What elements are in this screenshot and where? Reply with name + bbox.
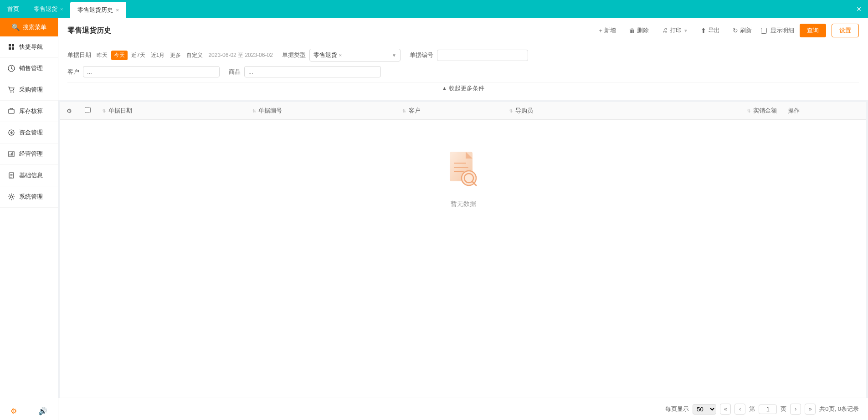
voucher-type-label: 单据类型 [282,51,306,59]
th-checkbox [78,102,97,120]
sidebar-item-quick-nav[interactable]: 快捷导航 [0,36,58,58]
th-guide-label: 导购员 [515,107,533,114]
th-operation: 操作 [782,102,866,120]
voucher-type-tag-close[interactable]: × [339,52,342,58]
print-button[interactable]: 🖨 打印 ▼ [658,25,692,36]
prev-page-icon: ‹ [739,406,741,412]
th-actual-amount-sort-icon[interactable]: ⇅ [747,108,750,113]
voucher-no-filter-item: 单据编号 [410,50,528,61]
customer-input[interactable] [83,66,220,77]
table-area: ⚙ ⇅ 单据日期 ⇅ 单据编号 [60,102,866,398]
svg-point-1 [10,92,11,92]
settings-gear-icon[interactable]: ⚙ [10,407,17,415]
empty-icon [441,147,486,193]
sidebar-item-sales-mgmt[interactable]: 销售管理 [0,58,58,79]
tab-retail-return-close[interactable]: × [60,6,63,12]
settings-button[interactable]: 设置 [832,24,859,37]
th-customer-sort-icon[interactable]: ⇅ [402,108,406,113]
svg-point-7 [10,196,13,198]
sidebar-item-inventory[interactable]: 库存核算 [0,101,58,122]
next-page-button[interactable]: › [790,404,801,415]
new-button[interactable]: + 新增 [596,25,620,36]
tab-retail-return-label: 零售退货 [34,5,57,13]
date-opt-yesterday[interactable]: 昨天 [95,51,109,60]
sidebar-item-system-mgmt[interactable]: 系统管理 [0,186,58,208]
sidebar-item-basic-info[interactable]: 基础信息 [0,165,58,186]
tab-retail-return-history-close[interactable]: × [116,7,118,13]
voucher-no-input[interactable] [437,50,528,61]
volume-icon[interactable]: 🔊 [38,407,47,415]
refresh-button[interactable]: ↻ 刷新 [729,25,755,36]
tab-retail-return[interactable]: 零售退货 × [26,0,70,18]
query-button[interactable]: 查询 [800,24,826,37]
sidebar-item-sales-mgmt-label: 销售管理 [19,64,43,72]
page-number-input[interactable] [759,405,777,414]
top-bar: 首页 零售退货 × 零售退货历史 × × [0,0,868,18]
tab-bar: 首页 零售退货 × 零售退货历史 × [0,0,850,18]
th-voucher-no-sort-icon[interactable]: ⇅ [252,108,256,113]
sidebar-bottom: ⚙ 🔊 [0,402,58,420]
sales-mgmt-icon [7,64,15,72]
inventory-icon [7,107,15,115]
search-icon: 🔍 [11,23,20,31]
sidebar-item-capital-mgmt-label: 资金管理 [19,128,43,137]
voucher-type-select-wrapper: 零售退货 × ▼ [309,49,401,61]
window-close-button[interactable]: × [850,0,868,18]
date-filter-item: 单据日期 昨天 今天 近7天 近1月 更多 自定义 2023-06-02 至 2… [67,51,273,60]
th-guide-sort-icon[interactable]: ⇅ [509,108,513,113]
main-layout: 🔍 搜索菜单 快捷导航 销售管理 采购管理 [0,18,868,420]
th-customer: ⇅ 客户 [397,102,503,120]
export-icon: ⬆ [701,27,706,34]
th-voucher-date: ⇅ 单据日期 [97,102,247,120]
print-label: 打印 [670,26,682,35]
display-detail-checkbox[interactable]: 显示明细 [761,26,794,35]
date-opt-today[interactable]: 今天 [111,51,128,60]
date-opt-custom[interactable]: 自定义 [185,51,205,60]
sidebar-search-label: 搜索菜单 [23,23,46,31]
sidebar-item-operations-mgmt[interactable]: 经营管理 [0,143,58,165]
system-mgmt-icon [7,193,15,201]
last-page-button[interactable]: » [805,404,816,415]
sidebar-item-basic-info-label: 基础信息 [19,171,43,179]
voucher-type-tag: 零售退货 × [313,51,342,59]
sidebar-item-purchase-mgmt-label: 采购管理 [19,86,43,94]
collapse-more-button[interactable]: ▲ 收起更多条件 [67,82,859,94]
first-page-icon: « [724,406,727,412]
first-page-button[interactable]: « [720,404,731,415]
empty-state: 暂无数据 [60,120,866,236]
th-guide: ⇅ 导购员 [503,102,632,120]
export-button[interactable]: ⬆ 导出 [697,25,724,36]
column-settings-icon[interactable]: ⚙ [67,108,72,114]
empty-text: 暂无数据 [451,200,476,208]
prev-page-button[interactable]: ‹ [734,404,745,415]
tab-home[interactable]: 首页 [0,0,26,18]
th-voucher-date-label: 单据日期 [108,107,132,114]
sidebar-item-operations-mgmt-label: 经营管理 [19,150,43,158]
print-icon: 🖨 [662,27,668,34]
page-size-label: 每页显示 [665,405,689,413]
voucher-type-filter-item: 单据类型 零售退货 × ▼ [282,49,401,61]
export-label: 导出 [708,26,720,35]
goods-input[interactable] [244,66,381,77]
date-opt-more[interactable]: 更多 [168,51,183,60]
sidebar-item-capital-mgmt[interactable]: 资金管理 [0,122,58,143]
select-all-checkbox[interactable] [85,107,91,113]
delete-button[interactable]: 🗑 删除 [625,25,652,36]
page-title: 零售退货历史 [67,26,111,36]
svg-rect-3 [9,109,14,113]
sidebar-search[interactable]: 🔍 搜索菜单 [0,18,58,36]
page-size-select[interactable]: 10 20 50 100 [693,404,716,415]
delete-label: 删除 [637,26,649,35]
date-options: 昨天 今天 近7天 近1月 更多 自定义 [95,51,205,60]
voucher-type-select[interactable]: 零售退货 × ▼ [309,49,401,61]
toolbar: + 新增 🗑 删除 🖨 打印 ▼ ⬆ 导出 ↻ 刷新 [596,24,859,37]
sidebar-item-purchase-mgmt[interactable]: 采购管理 [0,79,58,101]
date-opt-1month[interactable]: 近1月 [149,51,167,60]
tab-retail-return-history[interactable]: 零售退货历史 × [70,2,126,18]
operations-mgmt-icon [7,150,15,158]
sidebar-item-inventory-label: 库存核算 [19,107,43,115]
th-voucher-date-sort-icon[interactable]: ⇅ [102,108,106,113]
date-opt-7days[interactable]: 近7天 [129,51,147,60]
display-detail-input[interactable] [761,28,767,34]
goods-filter-label: 商品 [229,68,241,76]
